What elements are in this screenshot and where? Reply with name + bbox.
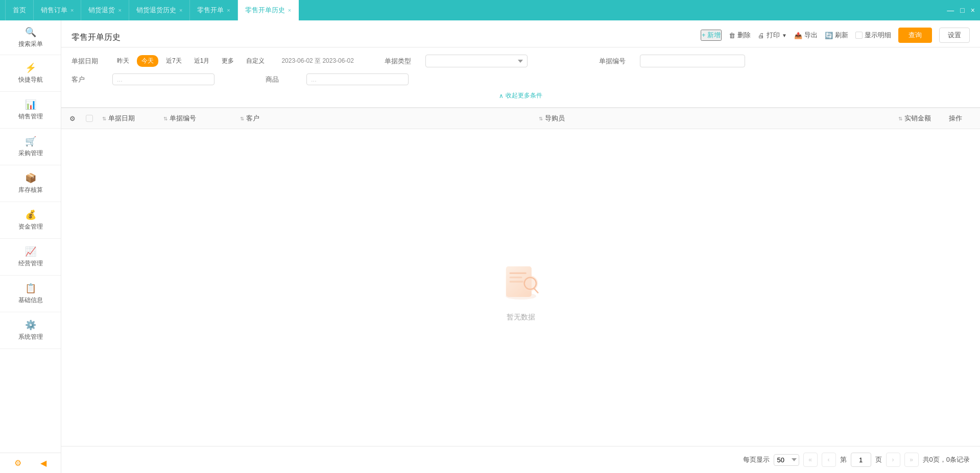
settings-button[interactable]: 设置 [939, 28, 970, 43]
product-filter-wrap[interactable]: ... [306, 73, 409, 85]
add-button[interactable]: + 新增 [701, 30, 722, 41]
tab-retail-history-close[interactable]: × [288, 7, 291, 13]
content-area: 零售开单历史 + 新增 🗑 删除 🖨 打印 ▼ 📤 导出 🔄 [61, 20, 980, 473]
display-checkbox[interactable] [855, 32, 863, 39]
sort-guide-icon[interactable]: ⇅ [539, 116, 543, 121]
inventory-icon: 📦 [25, 172, 36, 184]
customer-filter-wrap[interactable]: ... [112, 73, 214, 85]
tab-sales-return-close[interactable]: × [118, 7, 121, 13]
sales-icon: 📊 [25, 99, 36, 110]
svg-rect-4 [509, 277, 522, 278]
page-header: 零售开单历史 + 新增 🗑 删除 🖨 打印 ▼ 📤 导出 🔄 [61, 20, 980, 47]
window-controls: — □ × [947, 6, 975, 14]
page-input[interactable] [851, 453, 871, 467]
empty-state-icon [495, 254, 546, 305]
refresh-label: 刷新 [835, 31, 848, 40]
th-order-num-label: 单据编号 [170, 114, 196, 123]
type-filter-select[interactable] [425, 55, 528, 67]
sort-amount-icon[interactable]: ⇅ [898, 116, 902, 121]
sidebar-item-operation[interactable]: 📈 经营管理 [0, 239, 61, 276]
settings-column-icon[interactable]: ⚙ [69, 115, 76, 122]
select-all-checkbox[interactable] [86, 115, 93, 122]
sidebar-item-inventory[interactable]: 📦 库存核算 [0, 165, 61, 202]
tab-sales-return-history[interactable]: 销货退货历史 × [129, 0, 190, 20]
order-num-input[interactable] [640, 55, 745, 67]
sidebar-item-nav[interactable]: ⚡ 快捷导航 [0, 55, 61, 92]
date-btn-today[interactable]: 今天 [137, 55, 158, 67]
sort-customer-icon[interactable]: ⇅ [240, 116, 244, 121]
svg-rect-5 [509, 281, 524, 282]
th-action-label: 操作 [949, 114, 962, 123]
filter-row-2: 客户 ... 商品 ... [71, 73, 970, 85]
th-checkbox[interactable] [82, 115, 98, 122]
table-header: ⚙ ⇅ 单据日期 ⇅ 单据编号 ⇅ 客户 ⇅ [61, 108, 980, 129]
export-button[interactable]: 📤 导出 [794, 31, 818, 40]
sidebar-item-finance[interactable]: 💰 资金管理 [0, 202, 61, 239]
sidebar-settings-icon[interactable]: ⚙ [14, 458, 21, 468]
sidebar-toggle-icon[interactable]: ◀ [40, 458, 46, 468]
tab-retail-history[interactable]: 零售开单历史 × [238, 0, 299, 20]
customer-filter-label: 客户 [71, 75, 102, 84]
sidebar-item-purchase[interactable]: 🛒 采购管理 [0, 129, 61, 165]
sidebar-item-sales[interactable]: 📊 销售管理 [0, 92, 61, 129]
refresh-button[interactable]: 🔄 刷新 [825, 31, 848, 40]
minimize-button[interactable]: — [947, 6, 954, 14]
date-btn-yesterday[interactable]: 昨天 [112, 55, 134, 67]
close-button[interactable]: × [971, 6, 975, 14]
last-page-button[interactable]: » [904, 453, 919, 467]
th-order-num: ⇅ 单据编号 [159, 114, 236, 123]
tab-retail-open[interactable]: 零售开单 × [190, 0, 237, 20]
product-filter-dots: ... [311, 76, 404, 83]
tab-sales-return[interactable]: 销货退货 × [81, 0, 129, 20]
product-filter-label: 商品 [266, 75, 296, 84]
date-btn-7days[interactable]: 近7天 [161, 55, 186, 67]
collapse-more-btn[interactable]: ∧ 收起更多条件 [71, 91, 970, 100]
nav-icon: ⚡ [25, 62, 36, 73]
sidebar-item-basic[interactable]: 📋 基础信息 [0, 276, 61, 312]
tab-bar: 首页 销售订单 × 销货退货 × 销货退货历史 × 零售开单 × 零售开单历史 … [0, 0, 980, 20]
maximize-button[interactable]: □ [960, 6, 964, 14]
display-detail-button[interactable]: 显示明细 [855, 31, 891, 40]
tab-home[interactable]: 首页 [5, 0, 34, 20]
per-page-select[interactable]: 50 10 20 100 [774, 454, 799, 466]
print-button[interactable]: 🖨 打印 ▼ [758, 31, 787, 40]
th-date-label: 单据日期 [108, 114, 135, 123]
date-btn-1month[interactable]: 近1月 [189, 55, 214, 67]
sidebar-item-system-label: 系统管理 [18, 333, 43, 341]
display-label: 显示明细 [865, 31, 891, 40]
query-button[interactable]: 查询 [898, 28, 932, 43]
next-page-button[interactable]: › [886, 453, 900, 467]
sidebar-item-system[interactable]: ⚙️ 系统管理 [0, 312, 61, 349]
th-amount: ⇅ 实销金额 [884, 114, 935, 123]
tab-sales-return-history-label: 销货退货历史 [136, 6, 176, 15]
toolbar: + 新增 🗑 删除 🖨 打印 ▼ 📤 导出 🔄 刷新 [701, 28, 970, 47]
sort-date-icon[interactable]: ⇅ [102, 116, 106, 121]
tab-sales-order-close[interactable]: × [70, 7, 74, 13]
order-num-wrap [640, 55, 745, 67]
date-btn-custom[interactable]: 自定义 [242, 55, 269, 67]
print-icon: 🖨 [758, 32, 764, 39]
th-guide-label: 导购员 [545, 114, 565, 123]
sidebar-item-search[interactable]: 🔍 搜索采单 [0, 20, 61, 55]
filter-row-1: 单据日期 昨天 今天 近7天 近1月 更多 自定义 2023-06-02 至 2… [71, 55, 970, 67]
sort-ordernum-icon[interactable]: ⇅ [163, 116, 168, 121]
print-dropdown-icon: ▼ [782, 33, 787, 38]
empty-state: 暂无数据 [61, 129, 980, 446]
tab-retail-open-label: 零售开单 [197, 6, 224, 15]
order-num-label: 单据编号 [599, 57, 630, 66]
tab-retail-open-close[interactable]: × [227, 7, 230, 13]
sidebar-item-purchase-label: 采购管理 [18, 149, 43, 158]
export-label: 导出 [804, 31, 818, 40]
tab-sales-return-history-close[interactable]: × [179, 7, 182, 13]
sidebar-item-finance-label: 资金管理 [18, 222, 43, 231]
delete-button[interactable]: 🗑 删除 [729, 31, 751, 40]
th-amount-label: 实销金额 [904, 114, 931, 123]
th-settings[interactable]: ⚙ [65, 115, 82, 122]
system-icon: ⚙️ [25, 319, 36, 331]
prev-page-button[interactable]: ‹ [822, 453, 836, 467]
first-page-button[interactable]: « [803, 453, 818, 467]
finance-icon: 💰 [25, 209, 36, 220]
date-btn-more[interactable]: 更多 [217, 55, 238, 67]
tab-sales-order[interactable]: 销售订单 × [34, 0, 81, 20]
operation-icon: 📈 [25, 246, 36, 257]
